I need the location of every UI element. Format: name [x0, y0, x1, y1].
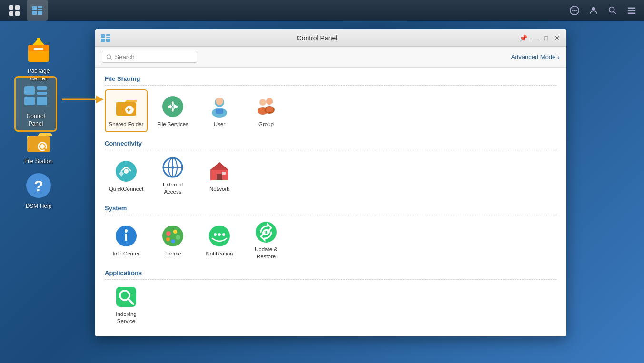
svg-point-11	[574, 10, 575, 11]
window-controls: 📌 — □ ✕	[519, 34, 562, 42]
svg-point-13	[592, 7, 595, 10]
file-station-label: File Station	[24, 158, 53, 166]
svg-rect-3	[15, 11, 20, 16]
file-services-label: File Services	[157, 121, 188, 128]
theme-label: Theme	[164, 250, 181, 257]
svg-rect-28	[37, 97, 47, 105]
menu-button[interactable]	[623, 2, 640, 19]
file-services-icon	[160, 94, 185, 119]
svg-point-85	[256, 222, 277, 243]
svg-rect-71	[222, 172, 226, 175]
close-button[interactable]: ✕	[553, 34, 562, 42]
dsm-help-label: DSM Help	[26, 203, 52, 210]
panel-item-external-access[interactable]: External Access	[151, 154, 194, 197]
maximize-button[interactable]: □	[542, 34, 550, 42]
svg-rect-38	[101, 39, 105, 42]
network-icon	[207, 159, 232, 184]
svg-point-57	[266, 98, 273, 105]
quickconnect-icon	[114, 159, 139, 184]
theme-icon	[160, 224, 185, 248]
svg-marker-30	[96, 96, 104, 103]
desktop-icon-file-station[interactable]: File Station	[17, 123, 60, 168]
chat-button[interactable]	[566, 2, 583, 19]
group-icon	[254, 94, 278, 119]
panel-item-notification[interactable]: Notification	[198, 219, 241, 262]
svg-point-84	[222, 233, 225, 236]
svg-point-12	[575, 10, 577, 11]
indexing-service-label: Indexing Service	[116, 311, 136, 325]
apps-grid-button[interactable]	[4, 0, 25, 21]
panel-item-group[interactable]: Group	[245, 89, 287, 132]
section-applications: Applications	[105, 269, 557, 280]
search-icon	[106, 54, 112, 60]
window-title: Control Panel	[115, 34, 519, 42]
control-panel-taskbar-button[interactable]	[27, 0, 48, 21]
svg-rect-18	[628, 13, 636, 14]
svg-rect-40	[106, 37, 110, 38]
shared-folder-icon	[114, 94, 139, 119]
update-restore-label: Update & Restore	[255, 246, 277, 260]
svg-rect-8	[38, 11, 42, 15]
search-box[interactable]	[102, 51, 197, 63]
dsm-help-icon: ?	[23, 170, 54, 201]
svg-rect-17	[628, 10, 636, 11]
indexing-service-icon	[114, 285, 139, 309]
update-restore-icon	[254, 220, 278, 244]
svg-point-79	[171, 239, 175, 243]
minimize-button[interactable]: —	[530, 34, 539, 42]
svg-point-66	[171, 166, 174, 169]
panel-item-update-restore[interactable]: Update & Restore	[245, 219, 287, 262]
arrow-annotation	[62, 93, 105, 106]
svg-point-78	[176, 235, 180, 240]
svg-point-77	[173, 230, 177, 234]
svg-point-14	[609, 7, 614, 12]
svg-point-83	[218, 233, 221, 236]
advanced-mode-label: Advanced Mode	[511, 53, 555, 60]
panel-item-info-center[interactable]: i Info Center	[105, 219, 148, 262]
notification-icon	[207, 224, 232, 248]
window-toolbar: Advanced Mode ›	[95, 47, 566, 68]
user-label: User	[214, 121, 225, 128]
network-label: Network	[209, 186, 229, 193]
info-center-label: Info Center	[113, 250, 140, 257]
panel-item-file-services[interactable]: File Services	[151, 89, 194, 132]
panel-item-indexing-service[interactable]: Indexing Service	[105, 284, 148, 326]
taskbar	[0, 0, 644, 21]
window-titlebar-icon	[100, 32, 111, 44]
taskbar-right	[566, 2, 640, 19]
connectivity-grid: QuickConnect External Access	[105, 154, 557, 197]
panel-item-theme[interactable]: Theme	[151, 219, 194, 262]
svg-point-80	[166, 237, 170, 241]
package-center-icon	[23, 35, 54, 66]
svg-line-43	[110, 58, 112, 59]
svg-point-74	[125, 229, 128, 232]
svg-point-75	[162, 226, 183, 246]
panel-item-shared-folder[interactable]: Shared Folder	[105, 89, 148, 132]
svg-rect-52	[216, 109, 223, 114]
svg-marker-69	[210, 162, 228, 170]
svg-rect-70	[217, 174, 222, 180]
section-connectivity: Connectivity	[105, 140, 557, 150]
user-button[interactable]	[585, 2, 602, 19]
svg-rect-25	[24, 97, 35, 105]
group-label: Group	[258, 121, 274, 128]
svg-line-15	[614, 11, 616, 14]
svg-rect-27	[37, 92, 47, 95]
system-grid: i Info Center	[105, 219, 557, 262]
panel-item-quickconnect[interactable]: QuickConnect	[105, 154, 148, 197]
pin-button[interactable]: 📌	[519, 34, 527, 42]
desktop-icon-dsm-help[interactable]: ? DSM Help	[17, 167, 60, 213]
advanced-mode-button[interactable]: Advanced Mode ›	[511, 53, 560, 61]
section-file-sharing: File Sharing	[105, 75, 557, 86]
panel-item-network[interactable]: Network	[198, 154, 241, 197]
svg-point-76	[166, 231, 171, 236]
search-input[interactable]	[115, 53, 193, 60]
svg-point-60	[124, 169, 129, 174]
applications-grid: Indexing Service	[105, 284, 557, 326]
svg-rect-1	[15, 5, 20, 10]
search-button[interactable]	[604, 2, 621, 19]
advanced-mode-arrow: ›	[557, 53, 560, 61]
info-center-icon: i	[114, 224, 139, 248]
panel-item-user[interactable]: User	[198, 89, 241, 132]
svg-point-51	[216, 98, 223, 105]
